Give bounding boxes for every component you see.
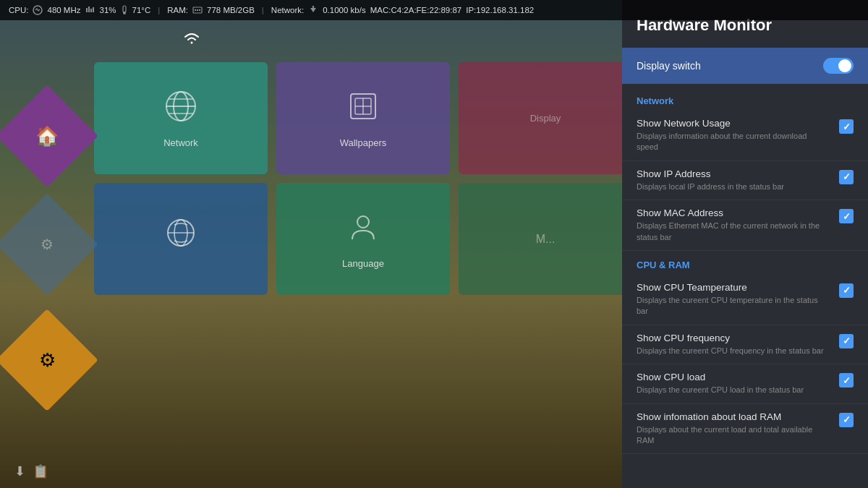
tile-language[interactable] — [94, 183, 268, 295]
tiles-area: 🏠 ⚙ ⚙ Network — [0, 20, 622, 488]
tile-misc-label: M... — [536, 233, 556, 246]
setting-row-network-usage: Show Network Usage Displays information … — [622, 111, 868, 161]
svg-rect-9 — [197, 9, 198, 11]
setting-row-cpu-freq: Show CPU frequency Displays the cureent … — [622, 325, 868, 364]
setting-title-ram: Show infomation about load RAM — [637, 411, 830, 422]
section-header-cpu-ram: CPU & RAM — [622, 251, 868, 275]
tile-network-label: Network — [163, 137, 198, 148]
setting-desc-cpu-freq: Displays the cureent CPU frequency in th… — [637, 346, 830, 356]
setting-text-mac-address: Show MAC Address Displays Ethernet MAC o… — [637, 207, 830, 243]
svg-rect-12 — [312, 6, 314, 8]
setting-text-network-usage: Show Network Usage Displays information … — [637, 118, 830, 153]
setting-desc-cpu-temp: Displays the cureent CPU temperature in … — [637, 295, 830, 317]
cpu-freq: 480 MHz — [47, 6, 80, 14]
setting-row-cpu-temp: Show CPU Teamperature Displays the curee… — [622, 275, 868, 325]
tile-display[interactable]: Display — [459, 62, 632, 174]
wallpapers-icon — [345, 88, 381, 132]
tile-about-label: Language — [342, 258, 384, 269]
setting-title-mac-address: Show MAC Address — [637, 207, 830, 218]
display-switch-label: Display switch — [637, 60, 701, 72]
bottom-icon-2[interactable]: 📋 — [33, 463, 48, 479]
cpu-temp: 71°C — [132, 6, 151, 14]
tile-display-label: Display — [530, 113, 561, 124]
svg-rect-5 — [123, 6, 126, 12]
svg-marker-11 — [310, 8, 316, 12]
hardware-monitor-panel: Hardware Monitor Display switch Network … — [622, 0, 868, 488]
checkbox-mac-address[interactable] — [839, 209, 854, 223]
tile-misc[interactable]: M... — [459, 183, 632, 295]
setting-desc-cpu-load: Displays the cureent CPU load in the sta… — [637, 385, 830, 395]
bottom-icons: ⬇ 📋 — [14, 463, 48, 479]
svg-rect-8 — [195, 9, 196, 11]
svg-rect-10 — [199, 9, 200, 11]
ram-usage: 778 MB/2GB — [207, 6, 255, 14]
setting-row-ram: Show infomation about load RAM Displays … — [622, 404, 868, 455]
display-switch-toggle[interactable] — [823, 58, 854, 74]
tile-network[interactable]: Network — [94, 62, 268, 174]
sep2: | — [262, 6, 264, 14]
setting-text-cpu-load: Show CPU load Displays the cureent CPU l… — [637, 372, 830, 395]
setting-title-network-usage: Show Network Usage — [637, 118, 830, 129]
setting-desc-mac-address: Displays Ethernet MAC of the current net… — [637, 221, 830, 243]
tile-unknown[interactable]: ⚙ — [0, 193, 98, 295]
tile-wallpapers-label: Wallpapers — [340, 137, 387, 148]
setting-row-mac-address: Show MAC Address Displays Ethernet MAC o… — [622, 200, 868, 251]
svg-rect-2 — [88, 7, 90, 12]
status-bar: CPU: 480 MHz 31% 71°C | RAM: 778 MB/2GB … — [0, 0, 868, 20]
setting-title-cpu-freq: Show CPU frequency — [637, 333, 830, 343]
tile-wallpapers[interactable]: Wallpapers — [276, 62, 450, 174]
setting-text-ip-address: Show IP Address Displays local IP addres… — [637, 168, 830, 192]
checkbox-cpu-freq[interactable] — [839, 334, 854, 348]
setting-title-cpu-load: Show CPU load — [637, 372, 830, 382]
wifi-icon-bg — [181, 29, 203, 52]
svg-point-6 — [123, 12, 126, 14]
setting-title-cpu-temp: Show CPU Teamperature — [637, 282, 830, 293]
cpu-load-icon — [85, 5, 95, 15]
panel-content: Display switch Network Show Network Usag… — [622, 48, 868, 488]
setting-desc-network-usage: Displays information about the current d… — [637, 131, 830, 153]
setting-row-ip-address: Show IP Address Displays local IP addres… — [622, 161, 868, 200]
cpu-freq-icon — [33, 5, 43, 15]
cpu-label: CPU: — [9, 6, 28, 14]
cpu-temp-icon — [121, 5, 128, 15]
setting-title-ip-address: Show IP Address — [637, 168, 830, 179]
section-header-network: Network — [622, 87, 868, 111]
bottom-icon-1[interactable]: ⬇ — [14, 463, 25, 479]
ram-label: RAM: — [167, 6, 188, 14]
setting-text-ram: Show infomation about load RAM Displays … — [637, 411, 830, 447]
network-label: Network: — [271, 6, 304, 14]
checkbox-ram[interactable] — [839, 413, 854, 427]
ip-address: IP:192.168.31.182 — [466, 6, 534, 14]
checkbox-cpu-load[interactable] — [839, 373, 854, 388]
setting-text-cpu-temp: Show CPU Teamperature Displays the curee… — [637, 282, 830, 317]
network-icon — [163, 88, 199, 132]
checkbox-network-usage[interactable] — [839, 119, 854, 134]
mac-address: MAC:C4:2A:FE:22:89:87 — [370, 6, 462, 14]
setting-text-cpu-freq: Show CPU frequency Displays the cureent … — [637, 333, 830, 356]
setting-row-cpu-load: Show CPU load Displays the cureent CPU l… — [622, 364, 868, 403]
svg-rect-4 — [93, 7, 94, 12]
tile-settings[interactable]: ⚙ — [0, 309, 98, 411]
sep1: | — [158, 6, 160, 14]
ram-icon — [192, 5, 203, 15]
network-down-icon — [308, 5, 318, 15]
language-icon — [163, 215, 199, 258]
tile-home[interactable]: 🏠 — [0, 85, 98, 187]
setting-desc-ip-address: Displays local IP address in the status … — [637, 181, 830, 192]
tile-about[interactable]: Language — [276, 183, 450, 295]
about-icon — [345, 209, 381, 252]
network-speed: 0.1000 kb/s — [323, 6, 365, 14]
cpu-load: 31% — [100, 6, 116, 14]
setting-desc-ram: Displays about the current load and tota… — [637, 424, 830, 447]
svg-point-25 — [357, 216, 369, 228]
checkbox-ip-address[interactable] — [839, 170, 854, 184]
svg-rect-1 — [86, 8, 88, 12]
display-switch-row: Display switch — [622, 48, 868, 84]
svg-rect-3 — [90, 9, 92, 12]
checkbox-cpu-temp[interactable] — [839, 283, 854, 298]
